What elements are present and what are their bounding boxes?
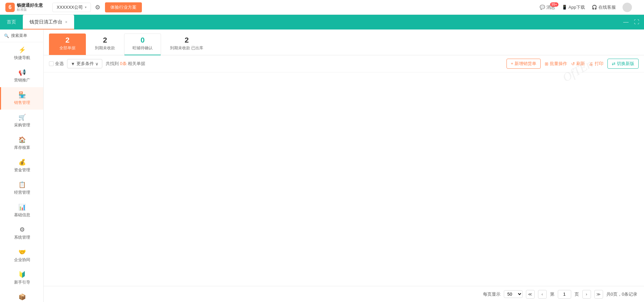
enterprise-icon: 🤝 [18, 248, 26, 256]
nav-tabs: 首页 钱货日清工作台 × — ⛶ [0, 15, 644, 29]
sidebar-item-marketing[interactable]: 📢 营销推广 [0, 65, 43, 87]
sidebar: 🔍 搜索菜单 ⚡ 快捷导航 📢 营销推广 🏪 销售管理 🛒 采购管理 🏠 库存核… [0, 29, 44, 302]
messages-btn[interactable]: 💬 消息 99+ [540, 4, 555, 10]
sidebar-item-label: 新手引导 [14, 280, 30, 285]
stat-tab-overdue[interactable]: 2 到期未收款 [87, 34, 123, 55]
found-count: 0条 [120, 61, 127, 66]
home-tab[interactable]: 首页 [0, 15, 23, 29]
filter-button[interactable]: ▼ 更多条件 ∨ [67, 59, 102, 68]
sidebar-item-operations[interactable]: 📋 经营管理 [0, 177, 43, 199]
toolbar-left: 全选 ▼ 更多条件 ∨ 共找到 0条 相关单据 [49, 59, 503, 68]
stat-number-wangwang: 0 [141, 37, 145, 44]
sidebar-item-label: 库存核算 [14, 145, 30, 150]
prev-page-btn[interactable]: ‹ [538, 290, 547, 299]
minimize-icon[interactable]: — [622, 18, 630, 26]
content-area: 2 全部单据 2 到期未收款 0 旺辅待确认 2 到期未收款 已出库 [44, 29, 644, 302]
last-page-btn[interactable]: ≫ [594, 290, 603, 299]
online-service-btn[interactable]: 🎧 在线客服 [592, 4, 616, 10]
stat-number-overdue: 2 [103, 37, 107, 44]
sidebar-item-app-center[interactable]: 📦 应用中心 [0, 289, 43, 302]
next-page-btn[interactable]: › [582, 290, 591, 299]
logo-main: 畅捷通好生意 [17, 3, 43, 8]
page-number-input[interactable] [558, 290, 571, 299]
message-icon: 💬 [540, 5, 545, 10]
stat-number-overdue-out: 2 [185, 37, 189, 44]
batch-operation-btn[interactable]: ⊞ 批量操作 [545, 61, 567, 67]
add-sales-button[interactable]: + 新增销货单 [506, 59, 541, 69]
top-header: 6 畅捷通好生意 标准版 XXXXXX公司 ▾ ⚙ 体验行业方案 💬 消息 99… [0, 0, 644, 15]
logo-sub: 标准版 [17, 8, 43, 12]
stat-label-overdue-out: 到期未收款 已出库 [170, 45, 203, 51]
print-label: 打印 [595, 61, 603, 67]
first-page-btn[interactable]: ≪ [526, 290, 535, 299]
nav-right: — ⛶ [622, 18, 644, 26]
app-center-icon: 📦 [18, 293, 26, 301]
quick-nav-icon: ⚡ [18, 46, 26, 54]
sidebar-item-basic-info[interactable]: 📊 基础信息 [0, 199, 43, 222]
logo-icon: 6 [5, 3, 15, 12]
filter-chevron: ∨ [95, 61, 99, 66]
logo-area: 6 畅捷通好生意 标准版 [5, 3, 49, 12]
toolbar: 全选 ▼ 更多条件 ∨ 共找到 0条 相关单据 + 新增销货单 ⊞ 批量操作 [44, 55, 644, 72]
sidebar-item-quick-nav[interactable]: ⚡ 快捷导航 [0, 42, 43, 65]
online-service-label: 在线客服 [598, 4, 616, 10]
stat-tab-wangwang[interactable]: 0 旺辅待确认 [124, 34, 161, 55]
table-area [44, 72, 644, 286]
app-download-btn[interactable]: 📱 App下载 [562, 4, 585, 10]
sidebar-item-purchase[interactable]: 🛒 采购管理 [0, 110, 43, 132]
sidebar-item-label: 系统管理 [14, 235, 30, 240]
search-menu-btn[interactable]: 🔍 搜索菜单 [0, 29, 43, 42]
sidebar-item-label: 采购管理 [14, 122, 30, 128]
per-page-select[interactable]: 50 20 100 [504, 290, 523, 298]
stats-tabs: 2 全部单据 2 到期未收款 0 旺辅待确认 2 到期未收款 已出库 [44, 29, 644, 55]
avatar[interactable] [623, 3, 632, 12]
sales-icon: 🏪 [18, 91, 26, 99]
settings-icon[interactable]: ⚙ [94, 2, 102, 12]
stat-label-wangwang: 旺辅待确认 [132, 45, 153, 51]
header-right: 💬 消息 99+ 📱 App下载 🎧 在线客服 [540, 3, 639, 12]
company-selector[interactable]: XXXXXX公司 ▾ [52, 3, 91, 12]
stat-number-all: 2 [65, 37, 69, 44]
sidebar-item-inventory[interactable]: 🏠 库存核算 [0, 132, 43, 155]
batch-label: 批量操作 [550, 61, 567, 67]
stat-label-all: 全部单据 [59, 45, 75, 51]
filter-label: 更多条件 [76, 61, 94, 67]
sidebar-item-finance[interactable]: 💰 资金管理 [0, 155, 43, 177]
sidebar-item-label: 经营管理 [14, 190, 30, 195]
sidebar-item-label: 企业协同 [14, 257, 30, 263]
sidebar-item-guide[interactable]: 🔰 新手引导 [0, 267, 43, 289]
sidebar-item-enterprise[interactable]: 🤝 企业协同 [0, 244, 43, 267]
batch-icon: ⊞ [545, 61, 548, 66]
main-layout: 🔍 搜索菜单 ⚡ 快捷导航 📢 营销推广 🏪 销售管理 🛒 采购管理 🏠 库存核… [0, 29, 644, 302]
close-tab-icon[interactable]: × [65, 20, 67, 24]
sidebar-item-label: 资金管理 [14, 167, 30, 173]
sidebar-item-sales[interactable]: 🏪 销售管理 [0, 87, 43, 110]
page-suffix: 页 [575, 291, 579, 297]
sidebar-item-label: 快捷导航 [14, 55, 30, 61]
stat-tab-overdue-out[interactable]: 2 到期未收款 已出库 [162, 34, 212, 55]
trial-button[interactable]: 体验行业方案 [105, 2, 142, 12]
page-prefix: 第 [550, 291, 554, 297]
expand-icon[interactable]: ⛶ [633, 18, 641, 26]
system-icon: ⚙ [19, 226, 25, 233]
app-download-label: App下载 [569, 4, 585, 10]
chevron-down-icon: ▾ [85, 5, 87, 9]
operations-icon: 📋 [18, 181, 26, 188]
stat-label-overdue: 到期未收款 [95, 45, 115, 51]
active-tab[interactable]: 钱货日清工作台 × [23, 15, 74, 29]
refresh-btn[interactable]: ↺ 刷新 [571, 61, 585, 67]
sidebar-item-label: 基础信息 [14, 212, 30, 218]
print-btn[interactable]: 🖨 打印 [589, 61, 603, 67]
print-icon: 🖨 [589, 61, 593, 66]
messages-badge: 99+ [550, 2, 558, 7]
select-all-checkbox[interactable]: 全选 [49, 61, 64, 67]
switch-version-btn[interactable]: ⇄ 切换新版 [607, 59, 639, 69]
refresh-icon: ↺ [571, 61, 575, 66]
stat-tab-all[interactable]: 2 全部单据 [49, 34, 86, 55]
sidebar-item-system[interactable]: ⚙ 系统管理 [0, 222, 43, 244]
sidebar-item-label: 营销推广 [14, 77, 30, 83]
switch-icon: ⇄ [612, 61, 615, 66]
total-count-label: 共0页，0条记录 [606, 291, 637, 297]
checkbox-input[interactable] [49, 61, 54, 66]
inventory-icon: 🏠 [18, 136, 26, 143]
